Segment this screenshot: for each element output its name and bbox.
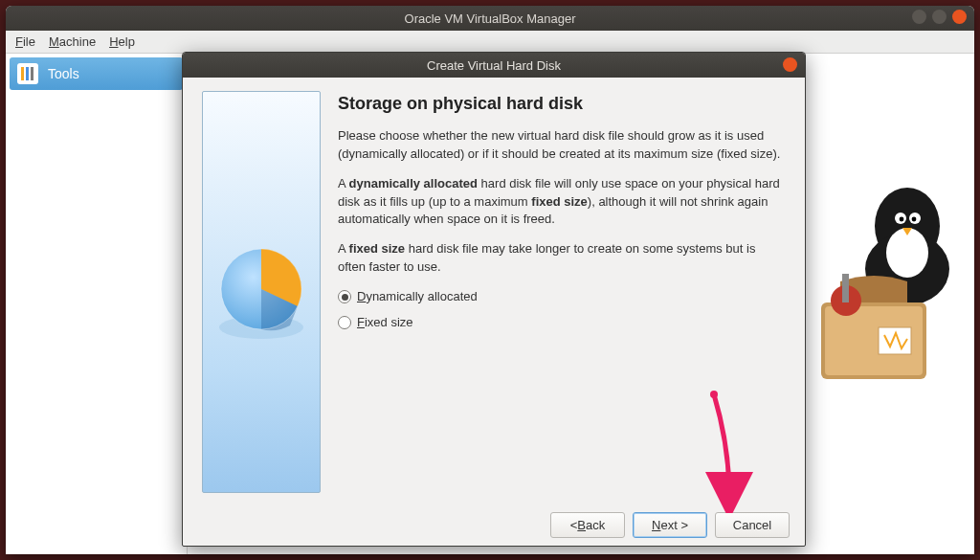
sidebar-item-tools[interactable]: Tools [10, 57, 183, 90]
radio-dynamically-allocated[interactable]: Dynamically allocated [338, 288, 786, 306]
dialog-close-icon[interactable] [783, 57, 797, 72]
svg-rect-1 [26, 67, 29, 80]
menu-file[interactable]: File [15, 34, 35, 49]
close-icon[interactable] [952, 10, 967, 24]
menu-machine[interactable]: Machine [49, 34, 96, 49]
dialog-heading: Storage on physical hard disk [338, 91, 786, 116]
app-title: Oracle VM VirtualBox Manager [405, 11, 576, 26]
sidebar: Tools [6, 54, 188, 554]
svg-rect-2 [31, 67, 33, 80]
minimize-icon[interactable] [912, 10, 926, 24]
menubar: File Machine Help [6, 31, 974, 54]
cancel-button[interactable]: Cancel [715, 512, 790, 538]
dialog-content: Storage on physical hard disk Please cho… [338, 91, 786, 504]
next-button[interactable]: Next > [633, 512, 707, 538]
dialog-footer: < Back Next > Cancel [183, 504, 805, 546]
dialog-paragraph-2: A dynamically allocated hard disk file w… [338, 175, 786, 230]
dialog-titlebar: Create Virtual Hard Disk [183, 53, 805, 78]
tools-icon [17, 63, 38, 84]
radio-label: Fixed size [357, 314, 413, 332]
window-controls [912, 10, 967, 24]
app-titlebar: Oracle VM VirtualBox Manager [6, 6, 974, 31]
welcome-illustration [783, 178, 955, 398]
radio-icon [338, 290, 351, 303]
svg-rect-13 [842, 274, 849, 302]
svg-rect-0 [21, 67, 24, 80]
tools-label: Tools [48, 66, 79, 81]
radio-fixed-size[interactable]: Fixed size [338, 314, 786, 332]
dialog-title: Create Virtual Hard Disk [427, 58, 561, 73]
svg-point-9 [912, 217, 917, 222]
maximize-icon[interactable] [932, 10, 947, 24]
back-button[interactable]: < Back [550, 512, 625, 538]
radio-icon [338, 316, 351, 329]
dialog-paragraph-1: Please choose whether the new virtual ha… [338, 127, 786, 164]
wizard-illustration [202, 91, 321, 493]
dialog-body: Storage on physical hard disk Please cho… [183, 78, 805, 504]
dialog-paragraph-3: A fixed size hard disk file may take lon… [338, 240, 786, 277]
svg-point-8 [900, 217, 904, 222]
menu-help[interactable]: Help [109, 34, 135, 49]
radio-label: Dynamically allocated [357, 288, 478, 306]
create-disk-dialog: Create Virtual Hard Disk Storage on phys… [182, 52, 806, 547]
